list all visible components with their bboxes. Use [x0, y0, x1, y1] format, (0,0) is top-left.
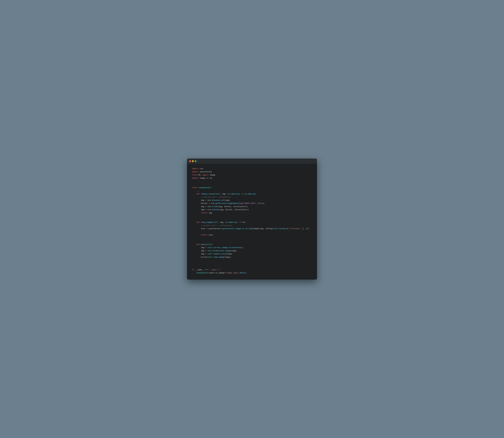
code-editor-window: import cv2 import pytesseract from PIL i…	[187, 159, 317, 280]
close-button[interactable]	[189, 160, 191, 162]
minimize-button[interactable]	[192, 160, 194, 162]
maximize-button[interactable]	[195, 160, 196, 162]
title-bar	[187, 159, 317, 164]
code-content: import cv2 import pytesseract from PIL i…	[187, 164, 317, 280]
